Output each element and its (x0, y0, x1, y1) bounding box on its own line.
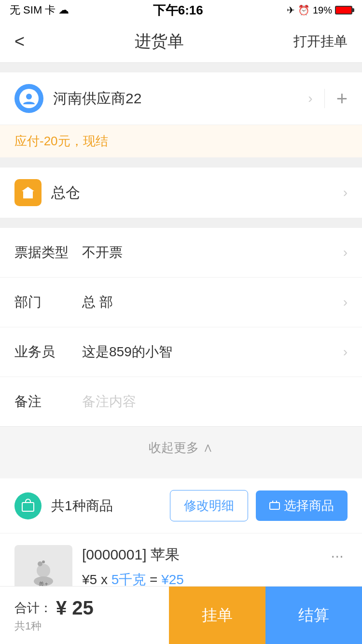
battery-icon (335, 6, 352, 14)
price-value: ¥5 x (82, 572, 111, 587)
bottom-bar: 合计： ¥ 25 共1种 挂单 结算 (0, 586, 362, 644)
battery-text: 19% (313, 5, 332, 16)
salesperson-chevron-icon: › (343, 344, 348, 360)
location-icon: ✈ (287, 4, 295, 16)
product-info: [0000001] 苹果 ¥5 x 5千克 = ¥25 (82, 545, 317, 589)
nav-bar: < 进货单 打开挂单 (0, 20, 362, 63)
edit-detail-button[interactable]: 修改明细 (170, 490, 248, 521)
status-left: 无 SIM 卡 ☁ (10, 3, 69, 17)
salesperson-value: 这是859的小智 (82, 343, 343, 361)
product-code: [0000001] (82, 546, 151, 562)
hang-order-button[interactable]: 挂单 (169, 587, 265, 644)
signal-text: 无 SIM 卡 ☁ (10, 3, 69, 17)
svg-point-0 (26, 94, 32, 99)
supplier-row[interactable]: 河南供应商22 › + (0, 72, 362, 125)
top-divider (0, 63, 362, 72)
checkout-button[interactable]: 结算 (265, 587, 362, 644)
collapse-button[interactable]: 收起更多 ∧ (0, 426, 362, 469)
alarm-icon: ⏰ (298, 4, 310, 16)
svg-rect-2 (270, 503, 279, 509)
notice-bar: 应付-20元，现结 (0, 125, 362, 158)
supplier-card: 河南供应商22 › + 应付-20元，现结 (0, 72, 362, 158)
avatar-icon (19, 89, 39, 108)
supplier-avatar (14, 84, 43, 113)
page-title: 进货单 (135, 30, 184, 53)
supplier-chevron-icon: › (308, 91, 312, 106)
invoice-type-row[interactable]: 票据类型 不开票 › (0, 227, 362, 277)
svg-rect-1 (22, 503, 34, 511)
department-label: 部门 (14, 293, 82, 311)
product-count: 共1种商品 (51, 497, 170, 515)
salesperson-label: 业务员 (14, 343, 82, 361)
total-sub: 共1种 (14, 619, 154, 633)
product-title: 苹果 (151, 546, 180, 562)
add-supplier-button[interactable]: + (336, 88, 348, 110)
quantity-value: 5千克 (111, 572, 146, 587)
select-product-button[interactable]: 选择商品 (256, 490, 348, 521)
invoice-type-chevron-icon: › (343, 245, 348, 260)
remark-label: 备注 (14, 392, 82, 411)
warehouse-card: 总仓 › (0, 168, 362, 218)
total-section: 合计： ¥ 25 共1种 (0, 597, 169, 633)
supplier-name: 河南供应商22 (53, 89, 308, 109)
divider-1 (0, 158, 362, 168)
divider-2 (0, 218, 362, 227)
form-card: 票据类型 不开票 › 部门 总 部 › 业务员 这是859的小智 › 备注 备注… (0, 227, 362, 469)
product-icon (14, 492, 42, 519)
status-right: ✈ ⏰ 19% (287, 4, 352, 16)
total-amount: ¥ 25 (56, 597, 94, 619)
total-text: 合计： (14, 600, 52, 616)
equals-sign: = (150, 572, 161, 587)
subtotal-value: ¥25 (161, 572, 184, 587)
product-header: 共1种商品 修改明细 选择商品 (0, 478, 362, 533)
warehouse-chevron-icon: › (343, 185, 348, 200)
warehouse-name: 总仓 (51, 183, 343, 203)
warehouse-row[interactable]: 总仓 › (0, 168, 362, 218)
warehouse-icon (14, 179, 42, 206)
remark-row[interactable]: 备注 备注内容 (0, 377, 362, 426)
product-name: [0000001] 苹果 (82, 545, 317, 565)
total-label: 合计： ¥ 25 (14, 597, 154, 619)
select-product-label: 选择商品 (284, 497, 334, 514)
department-value: 总 部 (82, 293, 343, 311)
supplier-divider (324, 89, 325, 108)
department-chevron-icon: › (343, 294, 348, 310)
department-row[interactable]: 部门 总 部 › (0, 277, 362, 327)
svg-point-5 (42, 560, 45, 563)
svg-point-3 (37, 564, 50, 577)
remark-placeholder: 备注内容 (82, 392, 348, 411)
invoice-type-label: 票据类型 (14, 243, 82, 262)
back-button[interactable]: < (14, 31, 25, 52)
salesperson-row[interactable]: 业务员 这是859的小智 › (0, 327, 362, 377)
product-more-button[interactable]: ··· (327, 545, 348, 567)
invoice-type-value: 不开票 (82, 243, 343, 262)
status-time: 下午6:16 (153, 2, 203, 19)
status-bar: 无 SIM 卡 ☁ 下午6:16 ✈ ⏰ 19% (0, 0, 362, 20)
svg-point-4 (38, 561, 42, 566)
open-pending-button[interactable]: 打开挂单 (293, 32, 348, 51)
